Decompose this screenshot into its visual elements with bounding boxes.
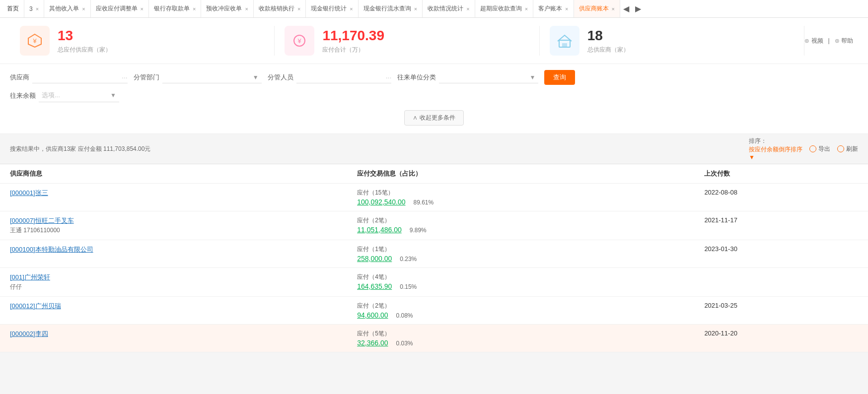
sort-prefix: 排序： <box>749 137 767 144</box>
nav-tab-cash-flow-close[interactable]: × <box>414 6 417 12</box>
filter-area: 供应商 ··· 分管部门 ▼ 分管人员 ··· 往来单位分类 ▼ <box>0 64 868 134</box>
nav-tab-other-income-close[interactable]: × <box>82 6 85 12</box>
balance-filter-label: 往来余额 <box>10 91 36 100</box>
total-suppliers-value: 18 <box>587 27 629 44</box>
supplier-info-cell: [000012]广州贝瑞 <box>0 297 347 325</box>
payable-amount[interactable]: 94,600.00 <box>357 311 388 319</box>
nav-tab-home-label: 首页 <box>7 4 19 13</box>
payable-amount[interactable]: 100,092,540.00 <box>357 198 405 206</box>
table-header-row: 供应商信息 应付交易信息（占比） 上次付数 <box>0 164 868 184</box>
nav-tab-cash-bank-stat[interactable]: 现金银行统计 × <box>306 0 358 18</box>
nav-tab-receipt-stat-close[interactable]: × <box>466 6 469 12</box>
video-link[interactable]: ⊙ 视频 <box>804 37 823 45</box>
total-suppliers-label: 总供应商（家） <box>587 46 629 54</box>
nav-tab-prepay[interactable]: 预收冲应收单 × <box>201 0 253 18</box>
help-link[interactable]: ⊙ 帮助 <box>835 37 853 45</box>
nav-tab-cash-flow[interactable]: 现金银行流水查询 × <box>359 0 423 18</box>
nav-tab-ar-ap[interactable]: 应收应付调整单 × <box>91 0 149 18</box>
summary-card-payable-suppliers: ¥ 13 总应付供应商（家） <box>10 26 275 56</box>
nav-tab-receipt-close[interactable]: × <box>297 6 300 12</box>
payable-label: 应付（1笔） <box>357 245 684 254</box>
balance-dropdown[interactable]: 选项... ▼ <box>39 89 119 102</box>
supplier-link[interactable]: [001]广州荣轩 <box>10 273 50 281</box>
nav-tab-supplier-ledger-close[interactable]: × <box>612 6 615 12</box>
nav-tab-receipt-stat-label: 收款情况统计 <box>428 4 463 13</box>
svg-text:¥: ¥ <box>32 37 37 45</box>
nav-tab-ar-ap-label: 应收应付调整单 <box>96 4 138 13</box>
payable-suppliers-value: 13 <box>58 27 111 44</box>
total-suppliers-icon <box>550 26 579 56</box>
nav-tab-overdue-label: 超期应收款查询 <box>480 4 522 13</box>
nav-tab-3[interactable]: 3 × <box>24 0 44 18</box>
payable-amount[interactable]: 32,366.00 <box>357 339 388 347</box>
payable-info-cell: 应付（1笔）258,000.000.23% <box>347 240 694 268</box>
search-button[interactable]: 查询 <box>544 70 575 85</box>
supplier-sub-info: 王通 17106110000 <box>10 226 337 235</box>
last-payment-cell: 2023-01-30 <box>694 240 868 268</box>
collapse-filter-button[interactable]: ∧ 收起更多条件 <box>404 110 463 126</box>
nav-tab-overdue-close[interactable]: × <box>525 6 528 12</box>
last-payment-cell: 2022-08-08 <box>694 184 868 211</box>
nav-tab-customer-ledger-close[interactable]: × <box>565 6 568 12</box>
supplier-link[interactable]: [000012]广州贝瑞 <box>10 302 61 310</box>
supplier-link[interactable]: [000001]张三 <box>10 189 48 197</box>
sort-value[interactable]: 按应付余额倒序排序 <box>749 145 802 154</box>
nav-tab-cash-bank-stat-label: 现金银行统计 <box>311 4 347 13</box>
nav-tab-receipt[interactable]: 收款核销执行 × <box>254 0 306 18</box>
col-header-payable: 应付交易信息（占比） <box>347 164 694 184</box>
nav-tab-overdue[interactable]: 超期应收款查询 × <box>475 0 533 18</box>
dept-dropdown[interactable]: ▼ <box>162 72 262 83</box>
nav-prev-arrow[interactable]: ◀ <box>620 4 632 13</box>
payable-total-info: 11,170.39 应付合计（万） <box>322 27 384 55</box>
nav-tab-other-income-label: 其他收入单 <box>49 4 79 13</box>
nav-tab-customer-ledger-label: 客户账本 <box>538 4 562 13</box>
sort-chevron-icon[interactable]: ▼ <box>749 154 755 161</box>
supplier-dots-btn[interactable]: ··· <box>122 73 128 81</box>
payable-amount[interactable]: 258,000.00 <box>357 255 392 263</box>
payable-suppliers-icon: ¥ <box>20 26 50 56</box>
supplier-table: 供应商信息 应付交易信息（占比） 上次付数 [000001]张三应付（15笔）1… <box>0 164 868 352</box>
svg-text:¥: ¥ <box>297 37 302 45</box>
category-filter-label: 往来单位分类 <box>397 73 436 82</box>
supplier-input[interactable] <box>32 71 122 83</box>
category-dropdown[interactable]: ▼ <box>439 72 538 83</box>
nav-tab-prepay-close[interactable]: × <box>245 6 248 12</box>
refresh-label: 刷新 <box>846 145 858 153</box>
payable-label: 应付（5笔） <box>357 329 684 338</box>
nav-tab-supplier-ledger[interactable]: 供应商账本 × <box>574 0 620 18</box>
filter-category: 往来单位分类 ▼ <box>397 72 538 83</box>
nav-tab-bank-close[interactable]: × <box>193 6 196 12</box>
nav-next-arrow[interactable]: ▶ <box>632 4 644 13</box>
dept-filter-label: 分管部门 <box>134 73 159 82</box>
person-input[interactable] <box>296 71 386 83</box>
svg-rect-8 <box>562 43 567 47</box>
filter-person: 分管人员 ··· <box>268 71 392 83</box>
person-dots-btn[interactable]: ··· <box>386 73 392 81</box>
payable-info-cell: 应付（15笔）100,092,540.0089.61% <box>347 184 694 211</box>
supplier-info-cell: [001]广州荣轩仔仔 <box>0 268 347 297</box>
person-filter-label: 分管人员 <box>268 73 293 82</box>
nav-tab-ar-ap-close[interactable]: × <box>141 6 144 12</box>
nav-tab-other-income[interactable]: 其他收入单 × <box>44 0 90 18</box>
payable-amount[interactable]: 164,635.90 <box>357 282 392 290</box>
supplier-link[interactable]: [000007]恒旺二手叉车 <box>10 217 74 224</box>
nav-tab-customer-ledger[interactable]: 客户账本 × <box>533 0 574 18</box>
payable-info-cell: 应付（5笔）32,366.000.03% <box>347 325 694 352</box>
nav-tab-supplier-ledger-label: 供应商账本 <box>579 4 609 13</box>
nav-tab-home[interactable]: 首页 <box>2 0 24 18</box>
payable-percent: 89.61% <box>414 199 434 206</box>
nav-tab-3-close[interactable]: × <box>36 6 39 12</box>
nav-tab-receipt-stat[interactable]: 收款情况统计 × <box>423 0 475 18</box>
nav-tab-cash-bank-stat-close[interactable]: × <box>350 6 353 12</box>
refresh-button[interactable]: 刷新 <box>837 145 858 153</box>
payable-info-cell: 应付（2笔）11,051,486.009.89% <box>347 211 694 240</box>
export-button[interactable]: 导出 <box>809 145 830 153</box>
nav-tab-bank[interactable]: 银行存取款单 × <box>149 0 201 18</box>
supplier-link[interactable]: [000100]本特勤油品有限公司 <box>10 246 93 253</box>
table-row: [000001]张三应付（15笔）100,092,540.0089.61%202… <box>0 184 868 211</box>
supplier-link[interactable]: [000002]李四 <box>10 330 48 337</box>
filter-row-1: 供应商 ··· 分管部门 ▼ 分管人员 ··· 往来单位分类 ▼ <box>10 70 858 85</box>
payable-percent: 0.15% <box>400 283 417 290</box>
payable-amount[interactable]: 11,051,486.00 <box>357 226 402 234</box>
result-bar: 搜索结果中，供应商13家 应付金额 111,703,854.00元 排序： 按应… <box>0 134 868 164</box>
